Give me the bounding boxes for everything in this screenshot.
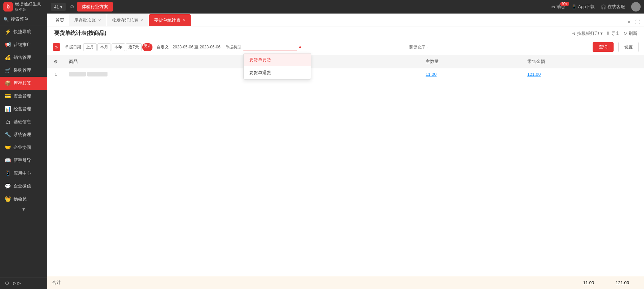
sidebar-item-wechat[interactable]: 💬 企业微信 bbox=[0, 180, 47, 193]
sidebar-scroll-down[interactable]: ▼ bbox=[0, 205, 47, 213]
sales-icon: 💰 bbox=[5, 54, 11, 61]
tab-order-summary[interactable]: 要货单统计表 ✕ bbox=[149, 14, 191, 26]
filter-expand-button[interactable]: » bbox=[53, 43, 60, 51]
message-icon: ✉ bbox=[551, 4, 555, 9]
sidebar-search[interactable]: 🔍 搜索菜单 bbox=[0, 14, 47, 25]
table-footer: 合计 11.00 121.00 bbox=[47, 276, 644, 289]
tab-maximize-icon[interactable]: ⛶ bbox=[634, 18, 641, 26]
date-filter-group: 单据日期 上月 本月 本年 近7天 更多 自定义 2023-05-06 至 20… bbox=[65, 43, 220, 51]
sidebar: 🔍 搜索菜单 ⚡ 快捷导航 📢 营销推广 💰 销售管理 🛒 采购管理 📦 库存核… bbox=[0, 14, 47, 289]
product-placeholder-2 bbox=[87, 72, 108, 76]
topbar-right: ✉ 消息 99+ 📱 App下载 🎧 在线客服 bbox=[551, 2, 641, 12]
sidebar-bottom: ⚙ ⊳⊳ bbox=[0, 277, 47, 289]
shortcut-this-year[interactable]: 本年 bbox=[112, 43, 125, 51]
sidebar-item-guide[interactable]: 📖 新手引导 bbox=[0, 154, 47, 167]
tab-receivable-summary[interactable]: 收发存汇总表 ✕ bbox=[107, 14, 148, 26]
date-range-display: 2023-05-06 至 2023-06-06 bbox=[173, 44, 220, 50]
topbar-center: 41 ▾ ⚙ 体验行业方案 bbox=[51, 2, 551, 12]
query-button[interactable]: 查询 bbox=[593, 42, 614, 52]
finance-icon: 💳 bbox=[5, 93, 11, 99]
page-header: 要货单统计表(按商品) 🖨 按模板打印 ▾ ⬇ 导出 ↻ 刷新 bbox=[47, 26, 644, 39]
export-button[interactable]: ⬇ 导出 bbox=[606, 30, 620, 37]
dropdown-arrow-icon: ▾ bbox=[60, 4, 63, 9]
dropdown-option-require-order[interactable]: 要货单要货 bbox=[244, 53, 311, 66]
type-filter-input[interactable] bbox=[243, 44, 297, 50]
sidebar-item-sales[interactable]: 💰 销售管理 bbox=[0, 51, 47, 64]
settings-button[interactable]: 设置 bbox=[618, 42, 639, 52]
settings-icon[interactable]: ⚙ bbox=[5, 280, 9, 286]
sidebar-item-purchase[interactable]: 🛒 采购管理 bbox=[0, 64, 47, 77]
sidebar-item-basic-info[interactable]: 🗂 基础信息 bbox=[0, 115, 47, 128]
footer-amount: 121.00 bbox=[605, 280, 639, 285]
sidebar-item-operations[interactable]: 📊 经营管理 bbox=[0, 103, 47, 115]
shortcut-this-month[interactable]: 本月 bbox=[97, 43, 111, 51]
tabbar: 首页 库存批次账 ✕ 收发存汇总表 ✕ 要货单统计表 ✕ ✕ ⛶ bbox=[47, 14, 644, 26]
content-area: 首页 库存批次账 ✕ 收发存汇总表 ✕ 要货单统计表 ✕ ✕ ⛶ 要货单统计表(… bbox=[47, 14, 644, 289]
trial-button[interactable]: 体验行业方案 bbox=[77, 2, 113, 12]
table-row: 1 块 11.00 121.00 bbox=[47, 68, 644, 80]
wechat-icon: 💬 bbox=[5, 183, 11, 189]
online-service-link[interactable]: 🎧 在线客服 bbox=[601, 4, 625, 10]
logo-text: 畅捷通好生意 标准版 bbox=[15, 1, 41, 12]
warehouse-filter-group: 要货仓库 ··· bbox=[409, 44, 588, 50]
basic-info-icon: 🗂 bbox=[5, 119, 11, 125]
headset-icon: 🎧 bbox=[601, 4, 606, 9]
table-header-row: ⚙ 商品 主计量单位 主数量 零售金额 bbox=[47, 55, 644, 68]
date-shortcuts: 上月 本月 本年 近7天 更多 bbox=[83, 43, 152, 51]
warehouse-more-icon[interactable]: ··· bbox=[427, 44, 432, 50]
sidebar-item-finance[interactable]: 💳 资金管理 bbox=[0, 90, 47, 103]
tab-home[interactable]: 首页 bbox=[51, 15, 69, 26]
tabbar-right: ✕ ⛶ bbox=[626, 18, 644, 26]
more-shortcuts-badge[interactable]: 更多 bbox=[142, 43, 152, 51]
system-icon: 🔧 bbox=[5, 132, 11, 138]
company-selector[interactable]: 41 ▾ bbox=[51, 3, 66, 11]
type-dropdown-arrow[interactable]: ▲ bbox=[298, 44, 302, 49]
members-icon: 👑 bbox=[5, 196, 11, 202]
sidebar-item-app-center[interactable]: 📱 应用中心 bbox=[0, 167, 47, 180]
col-quantity: 主数量 bbox=[421, 55, 523, 68]
product-placeholder-1 bbox=[69, 72, 86, 76]
sidebar-item-marketing[interactable]: 📢 营销推广 bbox=[0, 38, 47, 51]
col-amount: 零售金额 bbox=[523, 55, 644, 68]
tab-close-inventory-batch[interactable]: ✕ bbox=[98, 18, 101, 23]
shortcut-last-month[interactable]: 上月 bbox=[83, 43, 97, 51]
data-table: ⚙ 商品 主计量单位 主数量 零售金额 1 bbox=[47, 55, 644, 80]
inventory-icon: 📦 bbox=[5, 80, 11, 86]
tab-inventory-batch[interactable]: 库存批次账 ✕ bbox=[69, 14, 106, 26]
collapse-icon[interactable]: ⊳⊳ bbox=[13, 280, 21, 286]
tab-close-receivable-summary[interactable]: ✕ bbox=[140, 18, 143, 23]
marketing-icon: 📢 bbox=[5, 42, 11, 48]
custom-date-button[interactable]: 自定义 bbox=[154, 44, 171, 51]
app-center-icon: 📱 bbox=[5, 170, 11, 176]
tab-close-all-icon[interactable]: ✕ bbox=[626, 18, 633, 26]
logo: b 畅捷通好生意 标准版 bbox=[3, 1, 51, 12]
table-body: 1 块 11.00 121.00 bbox=[47, 68, 644, 80]
tab-close-order-summary[interactable]: ✕ bbox=[183, 18, 186, 23]
type-dropdown-menu: 要货单要货 要货单退货 bbox=[243, 53, 311, 80]
quick-nav-icon: ⚡ bbox=[5, 29, 11, 35]
sidebar-item-inventory[interactable]: 📦 库存核算 bbox=[0, 77, 47, 90]
main-layout: 🔍 搜索菜单 ⚡ 快捷导航 📢 营销推广 💰 销售管理 🛒 采购管理 📦 库存核… bbox=[0, 14, 644, 289]
sidebar-item-system[interactable]: 🔧 系统管理 bbox=[0, 128, 47, 141]
refresh-icon: ↻ bbox=[623, 31, 627, 36]
type-dropdown-container: ▲ 要货单要货 要货单退货 bbox=[243, 44, 404, 50]
dropdown-option-require-return[interactable]: 要货单退货 bbox=[244, 66, 311, 79]
row-quantity: 11.00 bbox=[421, 68, 523, 80]
sidebar-item-cooperation[interactable]: 🤝 企业协同 bbox=[0, 141, 47, 154]
topbar: b 畅捷通好生意 标准版 41 ▾ ⚙ 体验行业方案 ✉ 消息 99+ 📱 Ap… bbox=[0, 0, 644, 14]
table-header: ⚙ 商品 主计量单位 主数量 零售金额 bbox=[47, 55, 644, 68]
logo-icon: b bbox=[3, 2, 13, 12]
print-button[interactable]: 🖨 按模板打印 ▾ bbox=[571, 30, 603, 37]
shortcut-last-7-days[interactable]: 近7天 bbox=[126, 43, 142, 51]
message-badge[interactable]: ✉ 消息 99+ bbox=[551, 4, 565, 10]
filter-bar: » 单据日期 上月 本月 本年 近7天 更多 自定义 2023-05-06 至 … bbox=[47, 39, 644, 55]
search-icon: 🔍 bbox=[3, 17, 9, 22]
table-settings-header[interactable]: ⚙ bbox=[47, 55, 64, 68]
app-download-link[interactable]: 📱 App下载 bbox=[571, 4, 595, 10]
refresh-button[interactable]: ↻ 刷新 bbox=[623, 30, 637, 37]
sidebar-item-quick-nav[interactable]: ⚡ 快捷导航 bbox=[0, 25, 47, 38]
operations-icon: 📊 bbox=[5, 106, 11, 112]
avatar[interactable] bbox=[631, 2, 641, 12]
gear-icon[interactable]: ⚙ bbox=[70, 4, 74, 9]
sidebar-item-members[interactable]: 👑 畅会员 bbox=[0, 193, 47, 205]
